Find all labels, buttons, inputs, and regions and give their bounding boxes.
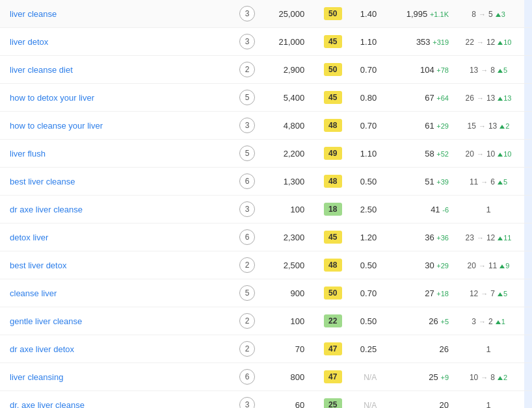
right-edge	[524, 0, 532, 28]
keyword-link[interactable]: how to cleanse your liver	[10, 121, 103, 131]
keyword-link[interactable]: how to detox your liver	[10, 93, 94, 103]
traffic-delta: +39	[436, 178, 449, 186]
sd-badge: 6	[239, 369, 255, 385]
keyword-cell: dr. axe liver cleanse	[0, 391, 234, 409]
table-row: liver cleansing 6 800 47 N/A 25 +9 10 → …	[0, 363, 532, 391]
cpc-value: 1.10	[360, 37, 377, 47]
traffic-value: 41	[431, 205, 440, 214]
kd-badge: 18	[324, 203, 342, 216]
cpc-value: 0.50	[360, 316, 377, 326]
keyword-link[interactable]: liver flush	[10, 149, 46, 159]
table-row: best liver cleanse 6 1,300 48 0.50 51 +3…	[0, 168, 532, 196]
kd-cell: 50	[308, 279, 345, 307]
traffic-cell: 58 +52	[380, 140, 453, 168]
sd-cell: 3	[234, 391, 260, 409]
position-group: 15 → 13 2	[468, 121, 510, 131]
kd-badge: 49	[324, 147, 342, 160]
sd-badge: 6	[239, 229, 255, 245]
sd-cell: 5	[234, 279, 260, 307]
sd-cell: 6	[234, 363, 260, 391]
volume-value: 2,300	[284, 233, 305, 242]
volume-cell: 2,300	[260, 223, 308, 251]
pos-from: 23	[466, 233, 474, 242]
volume-value: 25,000	[279, 9, 305, 19]
kd-cell: 45	[308, 223, 345, 251]
keyword-link[interactable]: best liver detox	[10, 261, 66, 270]
sd-cell: 5	[234, 84, 260, 112]
keyword-link[interactable]: liver cleanse diet	[10, 65, 73, 75]
table-row: dr axe liver cleanse 3 100 18 2.50 41 -6…	[0, 196, 532, 223]
pos-to: 13	[486, 94, 495, 103]
keyword-link[interactable]: best liver cleanse	[10, 177, 75, 186]
kd-cell: 48	[308, 112, 345, 140]
traffic-value: 25	[429, 372, 438, 382]
sd-badge: 3	[239, 6, 255, 21]
keyword-link[interactable]: detox liver	[10, 233, 48, 242]
position-group: 12 → 7 5	[470, 289, 507, 298]
sd-badge: 2	[239, 313, 255, 329]
position-cell: 1	[453, 196, 524, 223]
position-group: 22 → 12 10	[466, 38, 512, 47]
kd-cell: 47	[308, 363, 345, 391]
keyword-cell: liver cleansing	[0, 363, 234, 391]
triangle-up-icon	[499, 125, 505, 129]
volume-value: 70	[295, 344, 304, 354]
keyword-link[interactable]: dr axe liver detox	[10, 344, 74, 354]
sd-badge: 5	[239, 285, 255, 301]
keyword-link[interactable]: liver cleanse	[10, 9, 57, 19]
table-row: liver detox 3 21,000 45 1.10 353 +319 22…	[0, 28, 532, 56]
keyword-cell: dr axe liver detox	[0, 335, 234, 363]
sd-cell: 2	[234, 56, 260, 84]
keyword-cell: gentle liver cleanse	[0, 307, 234, 335]
traffic-cell: 25 +9	[380, 363, 453, 391]
pos-change: 11	[498, 234, 511, 242]
kd-cell: 45	[308, 84, 345, 112]
keyword-cell: liver flush	[0, 140, 234, 168]
kd-cell: 45	[308, 28, 345, 56]
pos-to: 8	[490, 66, 495, 75]
table-row: cleanse liver 5 900 50 0.70 27 +18 12 → …	[0, 279, 532, 307]
position-cell: 1	[453, 391, 524, 409]
keyword-link[interactable]: gentle liver cleanse	[10, 316, 82, 326]
arrow-icon: →	[481, 374, 488, 381]
traffic-delta: +18	[436, 290, 449, 298]
pos-from: 20	[468, 261, 476, 270]
keyword-link[interactable]: dr. axe liver cleanse	[10, 400, 85, 409]
kd-badge: 50	[324, 63, 342, 76]
cpc-value: 0.70	[360, 65, 377, 75]
traffic-delta: +29	[436, 262, 449, 270]
position-cell: 20 → 10 10	[453, 140, 524, 168]
traffic-cell: 27 +18	[380, 279, 453, 307]
keyword-link[interactable]: liver detox	[10, 37, 48, 47]
arrow-icon: →	[479, 318, 486, 325]
position-cell: 13 → 8 5	[453, 56, 524, 84]
sd-cell: 3	[234, 112, 260, 140]
traffic-value: 58	[425, 149, 434, 159]
traffic-cell: 30 +29	[380, 251, 453, 279]
volume-value: 60	[295, 400, 304, 409]
kd-cell: 48	[308, 168, 345, 196]
kd-cell: 22	[308, 307, 345, 335]
pos-to: 12	[486, 233, 495, 242]
keyword-link[interactable]: liver cleansing	[10, 372, 63, 382]
keyword-link[interactable]: cleanse liver	[10, 288, 57, 298]
right-edge	[524, 140, 532, 168]
keyword-link[interactable]: dr axe liver cleanse	[10, 205, 83, 214]
pos-from: 13	[470, 66, 478, 75]
pos-to: 8	[490, 373, 495, 382]
volume-value: 2,200	[284, 149, 305, 159]
triangle-up-icon	[496, 320, 501, 324]
sd-badge: 6	[239, 173, 255, 189]
position-cell: 26 → 13 13	[453, 84, 524, 112]
pos-from: 20	[466, 149, 474, 159]
volume-cell: 70	[260, 335, 308, 363]
table-row: liver cleanse diet 2 2,900 50 0.70 104 +…	[0, 56, 532, 84]
traffic-value: 104	[420, 65, 434, 75]
position-cell: 11 → 6 5	[453, 168, 524, 196]
volume-cell: 4,800	[260, 112, 308, 140]
sd-badge: 2	[239, 341, 255, 357]
volume-cell: 900	[260, 279, 308, 307]
right-edge	[524, 223, 532, 251]
keyword-cell: how to cleanse your liver	[0, 112, 234, 140]
kd-cell: 47	[308, 335, 345, 363]
